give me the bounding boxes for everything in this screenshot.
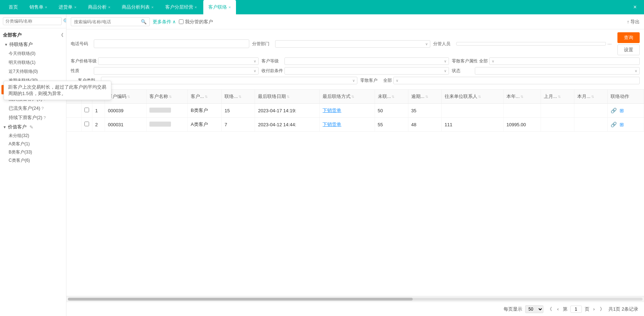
nature-arrow: ∨ [254, 69, 256, 73]
row-num-1: 2 [92, 118, 105, 132]
close-goods-tab[interactable]: × [108, 5, 110, 9]
sidebar-item-lost[interactable]: 已流失客户(24) ? [0, 104, 66, 113]
scrollbar-track[interactable] [68, 298, 643, 301]
sidebar-collapse-icon[interactable]: 《 [59, 32, 63, 38]
prev-page-btn[interactable]: ‹ [556, 306, 560, 312]
filter-price-level-select[interactable]: ∨ [98, 57, 259, 65]
value-edit-icon[interactable]: ✎ [29, 124, 33, 130]
filter-status-select[interactable]: ∨ [475, 67, 640, 75]
filter-phone-input[interactable] [94, 39, 249, 48]
last-page-btn[interactable]: 》 [599, 306, 606, 312]
th-last-month[interactable]: 上月...⇅ [541, 90, 574, 104]
nav-tab-customer-contact[interactable]: 客户联络 × [203, 0, 236, 14]
th-unreached[interactable]: 未联...⇅ [375, 90, 408, 104]
filter-retail-customer: 零散客户 全部 ∨ [360, 77, 640, 84]
filter-nature-select[interactable]: ∨ [94, 67, 259, 75]
sidebar-search-input[interactable] [3, 17, 62, 25]
sidebar-item-7days[interactable]: 近7天待联络(0) [0, 67, 66, 76]
sidebar-item-b-class[interactable]: B类客户(33) [0, 148, 66, 156]
filter-manager-dots[interactable]: ··· [607, 41, 612, 47]
th-contact[interactable]: 联络...⇅ [222, 90, 255, 104]
tree-pending-contact[interactable]: ▼ 待联络客户 [0, 40, 66, 49]
row-last-contact-way-0[interactable]: 下销货单 [320, 104, 375, 118]
filter-dept-select[interactable]: ∨ [275, 40, 431, 48]
all-customers-label[interactable]: 全部客户 [3, 32, 22, 38]
nav-tab-purchase[interactable]: 进货单 × [54, 0, 81, 14]
row-action-grid-1[interactable]: ⊞ [620, 122, 624, 127]
sidebar-item-ungrouped[interactable]: 未分组(32) [0, 132, 66, 140]
scrollbar-thumb[interactable] [68, 298, 413, 301]
table-body: 1 000039 B类客户 15 2023-04-17 14:19: 下销货单 … [66, 104, 644, 132]
row-action-link-0[interactable]: 🔗 [611, 108, 617, 113]
filter-customer-level-select[interactable]: ∨ [284, 57, 449, 65]
my-customer-checkbox[interactable] [179, 19, 184, 24]
my-customer-checkbox-wrap: 我分管的客户 [179, 19, 213, 25]
row-action-link-1[interactable]: 🔗 [611, 122, 617, 127]
scrollbar-area [66, 296, 644, 302]
th-type[interactable]: 客户...⇅ [187, 90, 221, 104]
filter-customer-type-select[interactable]: ∨ [101, 77, 357, 84]
th-overdue[interactable]: 逾期...⇅ [408, 90, 441, 104]
th-last-contact-date[interactable]: 最后联络日期⇅ [255, 90, 320, 104]
filter-phone-label: 电话号码 [71, 41, 92, 47]
close-customer-layer-tab[interactable]: × [195, 5, 197, 9]
filter-manager: 分管人员 ··· [433, 41, 612, 47]
filter-area: 电话号码 分管部门 ∨ 分管人员 ··· [66, 29, 644, 90]
per-page-select[interactable]: 50 20 100 [525, 305, 543, 313]
export-button[interactable]: ↑ 导出 [627, 19, 640, 25]
row-code-1[interactable]: 000031 [105, 118, 146, 132]
search-main-icon[interactable]: 🔍 [141, 19, 147, 24]
close-customer-contact-tab[interactable]: × [228, 5, 231, 9]
filter-row-3: 性质 ∨ 收付款条件 ∨ 状态 [71, 67, 640, 75]
row-checkbox-input-0[interactable] [84, 108, 89, 112]
th-last-contact-way[interactable]: 最后联络方式⇅ [320, 90, 375, 104]
nav-tab-goods-analysis[interactable]: 商品分析 × [83, 0, 115, 14]
row-action-grid-0[interactable]: ⊞ [620, 108, 624, 113]
settings-button[interactable]: 设置 [617, 44, 640, 55]
th-past-contact[interactable]: 往来单位联系人⇅ [441, 90, 503, 104]
sidebar-item-c-class[interactable]: C类客户(6) [0, 156, 66, 165]
nav-home[interactable]: 首页 [4, 4, 23, 10]
sidebar-item-today[interactable]: 今天待联络(0) [0, 49, 66, 58]
filter-more-btn[interactable]: 更多条件 ∧ [153, 19, 176, 25]
close-purchase-tab[interactable]: × [74, 5, 76, 9]
retail-attr-arrow: ∨ [492, 59, 494, 63]
nav-tab-sales[interactable]: 销售单 × [24, 0, 52, 14]
th-name[interactable]: 客户名称⇅ [146, 90, 187, 104]
close-goods-list-tab[interactable]: × [151, 5, 153, 9]
row-contact-0: 15 [222, 104, 255, 118]
row-checkbox-input-1[interactable] [84, 122, 89, 126]
tooltip-box: 距客户上次交易时长，超过了此客户的平均交易周期的1.5倍，则视为异常。 [4, 81, 111, 100]
first-page-btn[interactable]: 《 [546, 306, 553, 312]
page-input[interactable] [570, 306, 582, 313]
row-name-1[interactable] [146, 118, 187, 132]
row-last-contact-date-0: 2023-04-17 14:19: [255, 104, 320, 118]
table-row: 2 000031 A类客户 7 2023-04-12 14:44: 下销货单 5… [66, 118, 644, 132]
row-past-contact-1: 111 [441, 118, 503, 132]
payment-arrow: ∨ [444, 69, 446, 73]
search-input[interactable] [74, 19, 139, 24]
filter-payment-select[interactable]: ∨ [284, 67, 449, 75]
main-layout: 🔍 全部客户 《 ▼ 待联络客户 今天待联络(0) 明天待联络(1) 近7天待联… [0, 14, 644, 316]
filter-manager-select[interactable] [456, 42, 606, 46]
filter-retail-attr-select[interactable]: ∨ [489, 57, 640, 65]
row-overdue-1: 48 [408, 118, 441, 132]
page-end-label: 页 [585, 306, 589, 312]
query-button[interactable]: 查询 [617, 32, 640, 43]
nav-tab-goods-list[interactable]: 商品分析列表 × [117, 0, 158, 14]
sidebar-item-a-class[interactable]: A类客户(1) [0, 140, 66, 148]
nav-tab-customer-layer[interactable]: 客户分层经营 × [160, 0, 202, 14]
next-page-btn[interactable]: › [592, 306, 596, 312]
row-code-0[interactable]: 000039 [105, 104, 146, 118]
window-close-button[interactable]: × [630, 2, 640, 13]
sidebar-item-tomorrow[interactable]: 明天待联络(1) [0, 58, 66, 67]
filter-retail-customer-select[interactable]: ∨ [393, 77, 640, 84]
close-sales-tab[interactable]: × [45, 5, 47, 9]
th-this-month[interactable]: 本月...⇅ [574, 90, 608, 104]
sidebar-item-declining[interactable]: 持续下滑客户(2) ? [0, 113, 66, 122]
th-this-year[interactable]: 本年...⇅ [503, 90, 541, 104]
filter-row-2: 客户价格等级 ∨ 客户等级 ∨ 零散客户属性 全部 [71, 57, 640, 65]
row-name-0[interactable] [146, 104, 187, 118]
sidebar-search-icon[interactable]: 🔍 [63, 18, 66, 24]
row-last-contact-way-1[interactable]: 下销货单 [320, 118, 375, 132]
